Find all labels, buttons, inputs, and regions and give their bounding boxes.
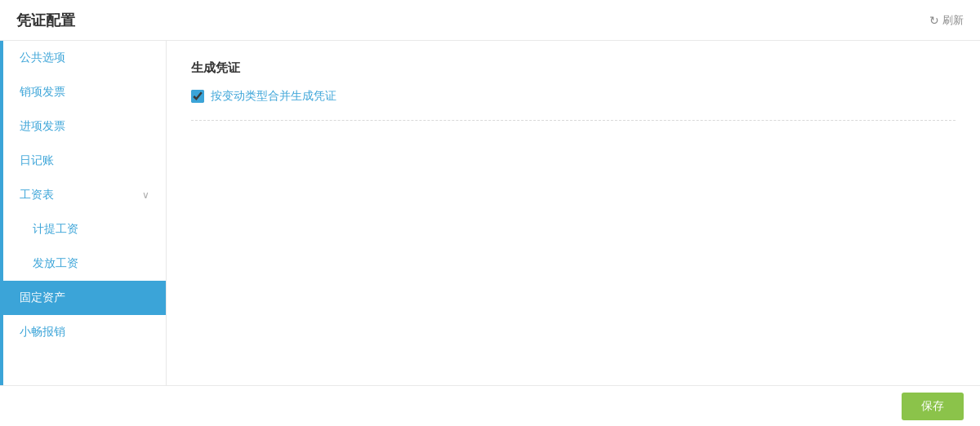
main-content: 公共选项销项发票进项发票日记账工资表∨计提工资发放工资固定资产小畅报销 生成凭证…: [0, 41, 980, 385]
sidebar-item-label-pay-payroll: 发放工资: [33, 256, 78, 271]
sidebar-item-pay-payroll[interactable]: 发放工资: [3, 246, 166, 281]
content-area: 生成凭证 按变动类型合并生成凭证: [167, 41, 980, 385]
sidebar-item-label-payroll-table: 工资表: [20, 188, 54, 202]
sidebar-item-label-public: 公共选项: [20, 51, 65, 65]
sidebar-item-label-calc-payroll: 计提工资: [33, 222, 78, 237]
checkbox-row: 按变动类型合并生成凭证: [191, 89, 956, 104]
section-divider: [191, 120, 956, 121]
sidebar-item-expense[interactable]: 小畅报销: [3, 315, 166, 349]
sidebar-item-sales-invoice[interactable]: 销项发票: [3, 75, 166, 109]
sidebar-item-calc-payroll[interactable]: 计提工资: [3, 212, 166, 246]
page-header: 凭证配置 ↻ 刷新: [0, 0, 980, 41]
sidebar-item-label-purchase-invoice: 进项发票: [20, 119, 65, 134]
sidebar-item-label-expense: 小畅报销: [20, 325, 65, 339]
chevron-down-icon: ∨: [142, 189, 149, 201]
refresh-button[interactable]: ↻ 刷新: [929, 13, 964, 28]
sidebar-item-journal[interactable]: 日记账: [3, 144, 166, 178]
merge-by-type-label[interactable]: 按变动类型合并生成凭证: [211, 89, 336, 104]
sidebar: 公共选项销项发票进项发票日记账工资表∨计提工资发放工资固定资产小畅报销: [3, 41, 167, 385]
save-button[interactable]: 保存: [902, 393, 964, 420]
refresh-icon: ↻: [929, 14, 939, 27]
page-title: 凭证配置: [16, 11, 75, 30]
merge-by-type-checkbox[interactable]: [191, 90, 204, 103]
sidebar-item-public[interactable]: 公共选项: [3, 41, 166, 75]
section-title: 生成凭证: [191, 60, 956, 76]
page-footer: 保存: [0, 385, 980, 426]
refresh-label: 刷新: [942, 13, 964, 28]
sidebar-item-fixed-assets[interactable]: 固定资产: [3, 281, 166, 315]
sidebar-item-label-fixed-assets: 固定资产: [20, 291, 65, 305]
sidebar-item-purchase-invoice[interactable]: 进项发票: [3, 109, 166, 144]
sidebar-item-label-journal: 日记账: [20, 153, 54, 168]
sidebar-item-payroll-table[interactable]: 工资表∨: [3, 178, 166, 212]
sidebar-item-label-sales-invoice: 销项发票: [20, 85, 65, 100]
